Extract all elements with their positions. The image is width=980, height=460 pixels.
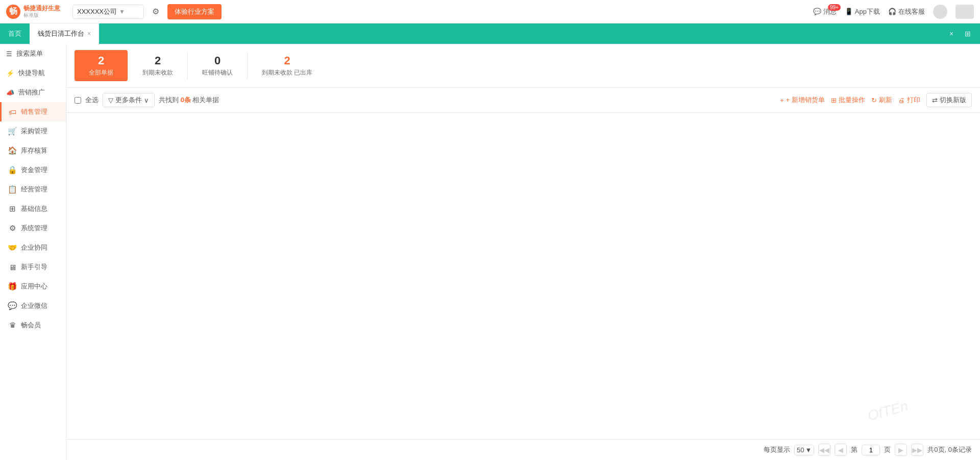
per-page-value: 50 [797,446,804,454]
sidebar-item-inventory[interactable]: 🏠 库存核算 [0,141,66,160]
sidebar-item-member[interactable]: ♛ 畅会员 [0,316,66,335]
sidebar-item-corp-wechat[interactable]: 💬 企业微信 [0,296,66,316]
tab-expand-btn[interactable]: ⊞ [962,28,974,40]
enterprise-icon: 🤝 [8,243,17,252]
settings-icon: ⚙ [152,7,159,16]
sidebar-search-label: 搜索菜单 [16,49,43,58]
logo-icon: 畅 [6,5,20,19]
prev-page-icon: ◀ [838,446,843,454]
logo-area: 畅 畅捷通好生意 标准版 [6,5,72,19]
marketing-icon: 📣 [6,89,14,96]
message-action[interactable]: 💬 消息 99+ [813,7,837,16]
sidebar-marketing[interactable]: 📣 营销推广 [0,83,66,102]
pagination-bar: 每页显示 50 ▼ ◀◀ ◀ 第 页 ▶ ▶▶ 共0页, 0条记录 [66,439,980,460]
next-page-btn[interactable]: ▶ [895,444,907,456]
nav-tabs-actions: × ⊞ [945,28,980,40]
tab-work[interactable]: 钱货日清工作台 × [30,23,99,44]
header-right: 💬 消息 99+ 📱 App下载 🎧 在线客服 [813,5,974,19]
avatar-extra[interactable] [955,5,974,19]
sidebar-item-system[interactable]: ⚙ 系统管理 [0,219,66,238]
sidebar-search[interactable]: ☰ 搜索菜单 [0,44,66,63]
batch-icon: ⊞ [831,96,837,104]
tab-home[interactable]: 首页 [0,23,30,44]
refresh-icon: ↻ [871,96,877,104]
trial-button[interactable]: 体验行业方案 [167,4,222,19]
avatar[interactable] [933,5,947,19]
app-icon: 📱 [845,8,853,15]
per-page-select[interactable]: 50 ▼ [794,445,814,455]
logo-sub: 标准版 [23,12,60,18]
stats-row: 2 全部单据 2 到期未收款 0 旺铺待确认 2 到期未收款 已出库 [66,44,980,88]
sidebar-item-new-guide[interactable]: 🖥 新手引导 [0,257,66,277]
add-sales-btn[interactable]: + + 新增销货单 [780,95,825,105]
stat-wangpu-label: 旺铺待确认 [202,68,233,77]
first-page-btn[interactable]: ◀◀ [818,444,830,456]
switch-btn[interactable]: ⇄ 切换新版 [926,93,972,107]
stat-wangpu[interactable]: 0 旺铺待确认 [188,50,247,81]
sidebar-new-guide-label: 新手引导 [21,262,47,272]
switch-label: 切换新版 [940,95,966,105]
stat-due-out[interactable]: 2 到期未收款 已出库 [248,50,327,81]
add-icon: + [780,96,784,104]
batch-btn[interactable]: ⊞ 批量操作 [831,95,865,105]
refresh-btn[interactable]: ↻ 刷新 [871,95,892,105]
filter-icon: ▽ [108,96,113,104]
stat-due-count: 2 [155,54,161,67]
purchase-icon: 🛒 [8,127,17,136]
sales-icon: 🏷 [8,108,17,116]
message-icon: 💬 [813,8,821,15]
filter-label: 更多条件 [115,95,142,105]
sidebar-item-capital[interactable]: 🔒 资金管理 [0,160,66,180]
member-icon: ♛ [8,321,17,330]
found-prefix: 共找到 [159,96,179,104]
content-area: 2 全部单据 2 到期未收款 0 旺铺待确认 2 到期未收款 已出库 全选 [66,44,980,460]
add-label: + 新增销货单 [786,95,825,105]
print-label: 打印 [907,95,920,105]
page-unit: 页 [884,445,891,454]
logo-main: 畅捷通好生意 [23,5,60,12]
sidebar-item-operations[interactable]: 📋 经营管理 [0,180,66,199]
sidebar-item-app-center[interactable]: 🎁 应用中心 [0,277,66,296]
page-number-input[interactable] [862,445,880,455]
capital-icon: 🔒 [8,165,17,175]
sidebar-purchase-label: 采购管理 [21,127,47,136]
system-icon: ⚙ [8,224,17,233]
app-download-action[interactable]: 📱 App下载 [845,7,880,16]
prev-page-btn[interactable]: ◀ [835,444,847,456]
stat-due-label: 到期未收款 [142,68,173,77]
online-service-action[interactable]: 🎧 在线客服 [888,7,925,16]
filter-button[interactable]: ▽ 更多条件 ∨ [103,93,155,107]
sidebar-basic-info-label: 基础信息 [21,204,47,213]
last-page-icon: ▶▶ [912,446,922,454]
stat-all[interactable]: 2 全部单据 [75,50,128,81]
toolbar: 全选 ▽ 更多条件 ∨ 共找到 0条 相关单据 + + 新增销货单 ⊞ 批量操作 [66,88,980,113]
sidebar-capital-label: 资金管理 [21,165,47,175]
sidebar-item-basic-info[interactable]: ⊞ 基础信息 [0,199,66,219]
stat-due[interactable]: 2 到期未收款 [128,50,187,81]
search-icon: ☰ [6,50,12,58]
sidebar-item-sales[interactable]: 🏷 销售管理 [0,102,66,122]
sidebar-enterprise-label: 企业协同 [21,243,47,252]
last-page-btn[interactable]: ▶▶ [911,444,923,456]
sidebar-app-center-label: 应用中心 [21,282,47,291]
print-btn[interactable]: 🖨 打印 [898,95,920,105]
per-page-chevron: ▼ [805,446,812,454]
app-center-icon: 🎁 [8,282,17,291]
sidebar: ☰ 搜索菜单 ⚡ 快捷导航 📣 营销推广 🏷 销售管理 🛒 采购管理 🏠 库存核… [0,44,66,460]
sidebar-item-purchase[interactable]: 🛒 采购管理 [0,122,66,141]
tab-collapse-btn[interactable]: × [945,28,958,40]
sidebar-member-label: 畅会员 [21,321,41,330]
sidebar-quick-nav[interactable]: ⚡ 快捷导航 [0,63,66,83]
switch-icon: ⇄ [932,96,938,104]
settings-icon-btn[interactable]: ⚙ [148,4,163,19]
wechat-icon: 💬 [8,301,17,310]
tab-close-icon[interactable]: × [87,30,91,37]
select-all-checkbox[interactable] [75,97,81,104]
next-page-icon: ▶ [898,446,903,454]
sidebar-item-enterprise[interactable]: 🤝 企业协同 [0,238,66,257]
nav-tabs: 首页 钱货日清工作台 × × ⊞ [0,23,980,44]
company-selector[interactable]: XXXXXX公司 ▼ [72,5,144,19]
found-suffix: 相关单据 [192,96,219,104]
tab-home-label: 首页 [8,29,21,38]
tab-work-label: 钱货日清工作台 [38,29,84,38]
